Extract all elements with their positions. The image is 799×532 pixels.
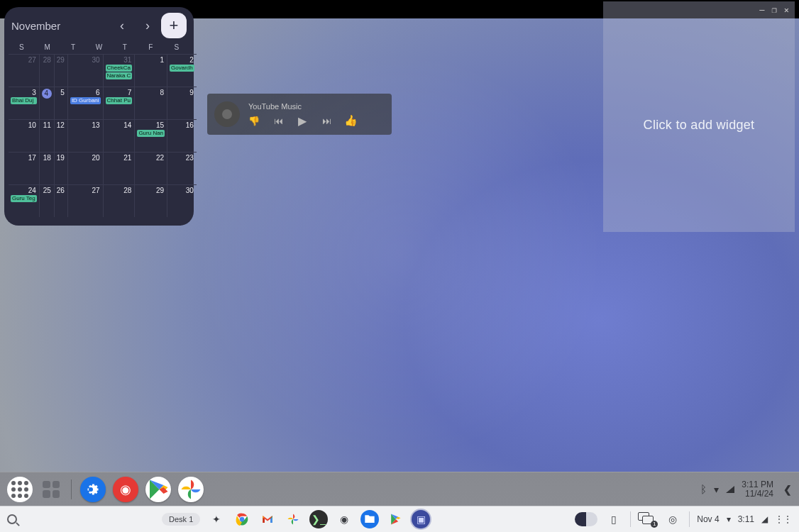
calendar-day-cell[interactable]: 23 — [167, 152, 197, 184]
theme-toggle-icon[interactable] — [575, 512, 597, 526]
more-icon[interactable]: ⋮⋮ — [775, 514, 792, 524]
thumbs-down-icon[interactable]: 👎 — [248, 115, 260, 126]
calendar-day-cell[interactable]: 15Guru Nan — [134, 119, 167, 152]
taskbar-time[interactable]: 3:11 — [738, 514, 754, 524]
calendar-day-cell[interactable]: 19 — [54, 152, 67, 184]
overview-icon[interactable] — [40, 478, 62, 501]
widget-add-placeholder[interactable]: Click to add widget — [603, 18, 795, 232]
media-next-icon[interactable]: ⏭ — [321, 115, 332, 126]
calendar-add-button[interactable]: + — [161, 13, 187, 38]
calendar-day-cell[interactable]: 8 — [134, 87, 167, 119]
files-app-icon[interactable] — [360, 510, 379, 528]
wifi-icon-2[interactable]: ▾ — [727, 514, 731, 524]
screenshot-icon[interactable]: ◎ — [663, 510, 682, 528]
calendar-day-cell[interactable]: 30 — [67, 54, 103, 87]
calendar-day-cell[interactable]: 10 — [9, 119, 39, 152]
calendar-day-cell[interactable]: 6ID Gurbani — [67, 87, 103, 119]
calendar-event-chip[interactable]: Naraka C — [106, 72, 133, 79]
media-play-icon[interactable]: ▶ — [297, 115, 308, 126]
media-title: YouTube Music — [248, 102, 385, 111]
taskbar-date[interactable]: Nov 4 — [697, 514, 719, 524]
calendar-day-number: 6 — [70, 89, 101, 96]
minimize-icon[interactable]: — — [759, 5, 764, 15]
calendar-day-cell[interactable]: 13 — [67, 119, 103, 152]
media-prev-icon[interactable]: ⏮ — [272, 115, 284, 126]
calendar-next-button[interactable]: › — [136, 13, 160, 38]
calendar-day-cell[interactable]: 14 — [103, 119, 135, 152]
calendar-event-chip[interactable]: CheekCa — [106, 65, 133, 72]
wifi-icon[interactable]: ▾ — [714, 484, 719, 495]
gmail-app-icon[interactable] — [258, 510, 277, 528]
search-icon[interactable] — [7, 514, 17, 524]
device-icon[interactable]: ▯ — [605, 510, 623, 528]
chromeos-shelf[interactable]: ◉ ᛒ ▾ 3:11 PM 11/4/24 ❮ — [0, 472, 799, 506]
calendar-day-cell[interactable]: 29 — [54, 54, 67, 87]
calendar-day-cell[interactable]: 17 — [9, 152, 39, 184]
widget-placeholder-window[interactable]: — ❐ ✕ Click to add widget — [603, 1, 795, 232]
calendar-day-number: 28 — [106, 187, 133, 194]
calendar-day-cell[interactable]: 7Chhat Pu — [103, 87, 135, 119]
calendar-day-cell[interactable]: 5 — [54, 87, 67, 119]
calendar-event-chip[interactable]: Bhai Duj — [11, 97, 37, 104]
calendar-day-cell[interactable]: 25 — [39, 184, 54, 217]
assistant-app-icon[interactable]: ◉ — [335, 510, 353, 528]
calendar-widget[interactable]: November ‹ › + SMTWTFS 2728293031CheekCa… — [4, 7, 194, 226]
maximize-icon[interactable]: ❐ — [772, 5, 777, 15]
calendar-day-cell[interactable]: 31CheekCaNaraka C — [103, 54, 135, 87]
calendar-day-cell[interactable]: 22 — [134, 152, 167, 184]
calendar-day-number: 22 — [137, 154, 165, 162]
calendar-day-cell[interactable]: 2Govardh — [167, 54, 197, 87]
play-store-app-icon[interactable] — [145, 477, 171, 502]
windows-overview-icon[interactable]: 1 — [638, 512, 656, 526]
calendar-day-cell[interactable]: 21 — [103, 152, 135, 184]
close-icon[interactable]: ✕ — [784, 5, 789, 15]
gemini-app-icon[interactable]: ✦ — [207, 510, 226, 528]
calendar-prev-button[interactable]: ‹ — [110, 13, 134, 38]
calendar-day-number: 23 — [170, 154, 194, 162]
calendar-day-cell[interactable]: 28 — [39, 54, 54, 87]
thumbs-up-icon[interactable]: 👍 — [345, 115, 356, 126]
calendar-day-cell[interactable]: 20 — [67, 152, 103, 184]
calendar-event-chip[interactable]: Chhat Pu — [106, 97, 133, 104]
calendar-event-chip[interactable]: Govardh — [170, 65, 194, 72]
signal-icon[interactable] — [726, 486, 734, 493]
calendar-day-cell[interactable]: 29 — [134, 184, 167, 217]
settings-app-icon[interactable] — [80, 477, 106, 502]
active-app-icon[interactable]: ▣ — [412, 510, 430, 528]
calendar-day-cell[interactable]: 11 — [39, 119, 54, 152]
android-taskbar[interactable]: Desk 1 ✦ ❯_ ◉ ▣ ▯ 1 ◎ Nov 4 ▾ 3:11 ◢ ⋮⋮ — [0, 506, 799, 532]
collapse-tray-icon[interactable]: ❮ — [783, 484, 792, 495]
calendar-day-number: 25 — [42, 187, 52, 194]
chrome-app-icon[interactable] — [233, 510, 251, 528]
calendar-day-cell[interactable]: 18 — [39, 152, 54, 184]
media-widget[interactable]: YouTube Music 👎 ⏮ ▶ ⏭ 👍 — [207, 94, 392, 135]
photos-app-icon-2[interactable] — [284, 510, 302, 528]
calendar-day-cell[interactable]: 16 — [167, 119, 197, 152]
calendar-day-cell[interactable]: 4 — [39, 87, 54, 119]
calendar-day-cell[interactable]: 26 — [54, 184, 67, 217]
calendar-event-chip[interactable]: Guru Teg — [11, 195, 37, 202]
taskbar-separator — [630, 511, 631, 527]
calendar-day-cell[interactable]: 28 — [103, 184, 135, 217]
clock[interactable]: 3:11 PM 11/4/24 — [742, 480, 773, 499]
calendar-day-number: 17 — [11, 154, 37, 162]
calendar-event-chip[interactable]: ID Gurbani — [70, 97, 101, 104]
photos-app-icon[interactable] — [178, 477, 204, 502]
launcher-icon[interactable] — [7, 477, 33, 502]
calendar-event-chip[interactable]: Guru Nan — [137, 130, 165, 137]
calendar-day-cell[interactable]: 12 — [54, 119, 67, 152]
calendar-day-cell[interactable]: 27 — [67, 184, 103, 217]
calendar-day-cell[interactable]: 1 — [134, 54, 167, 87]
play-store-app-icon-2[interactable] — [386, 510, 404, 528]
calendar-day-cell[interactable]: 9 — [167, 87, 197, 119]
calendar-day-cell[interactable]: 3Bhai Duj — [9, 87, 39, 119]
bluetooth-icon[interactable]: ᛒ — [700, 483, 707, 495]
signal-icon-2[interactable]: ◢ — [761, 514, 768, 524]
calendar-day-cell[interactable]: 27 — [9, 54, 39, 87]
desk-label[interactable]: Desk 1 — [162, 513, 200, 526]
calendar-day-cell[interactable]: 24Guru Teg — [9, 184, 39, 217]
terminal-app-icon[interactable]: ❯_ — [309, 510, 328, 528]
status-tray[interactable]: ᛒ ▾ 3:11 PM 11/4/24 ❮ — [700, 480, 792, 499]
calendar-day-cell[interactable]: 30 — [167, 184, 197, 217]
youtube-music-app-icon[interactable]: ◉ — [113, 477, 138, 502]
